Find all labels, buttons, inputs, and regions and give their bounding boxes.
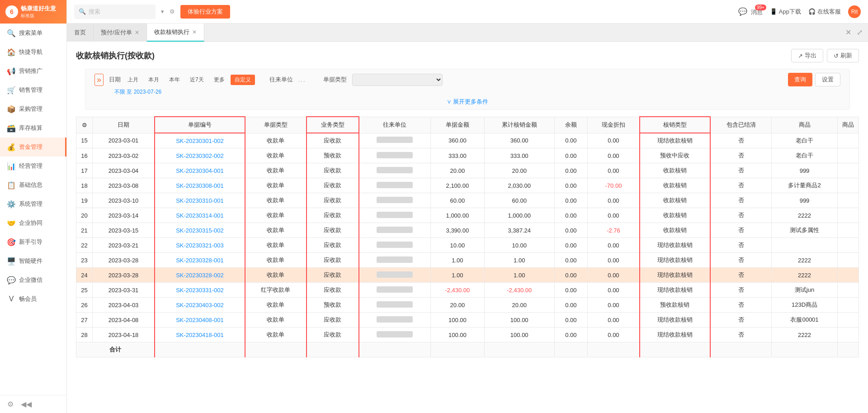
sales-icon: 🛒 — [7, 86, 15, 94]
collapse-icon[interactable]: ◀◀ — [21, 400, 32, 408]
col-gear-header[interactable]: ⚙ — [76, 117, 93, 133]
table-body: 15 2023-03-01 SK-20230301-002 收款单 应收款 36… — [76, 133, 859, 357]
header-search-box[interactable]: 🔍 搜索 — [74, 5, 156, 19]
date-options: 上月 本月 本年 近7天 更多 自定义 — [123, 75, 255, 85]
partner-name — [377, 212, 413, 218]
cell-docno: SK-20230321-003 — [155, 238, 245, 253]
sidebar-item-operations[interactable]: 📊 经营管理 — [0, 157, 66, 176]
sidebar-item-marketing[interactable]: 📢 营销推广 — [0, 62, 66, 81]
sidebar-item-basic[interactable]: 📋 基础信息 — [0, 176, 66, 195]
gear-icon[interactable]: ⚙ — [170, 8, 175, 15]
sidebar-item-quicknav[interactable]: 🏠 快捷导航 — [0, 43, 66, 62]
doc-type-select[interactable] — [352, 74, 443, 86]
doc-no-link[interactable]: SK-20230418-001 — [176, 332, 224, 338]
refresh-button[interactable]: ↺ 刷新 — [827, 49, 859, 62]
sidebar-item-system[interactable]: ⚙️ 系统管理 — [0, 195, 66, 214]
table-row: 23 2023-03-28 SK-20230328-001 收款单 应收款 1.… — [76, 253, 859, 268]
date-more-btn[interactable]: 更多 — [210, 75, 229, 85]
sidebar-item-purchase[interactable]: 📦 采购管理 — [0, 100, 66, 119]
cell-goods: 2222 — [772, 328, 838, 342]
table-row: 27 2023-04-08 SK-20230408-001 收款单 应收款 10… — [76, 313, 859, 328]
tab-payable[interactable]: 预付/应付单 ✕ — [94, 24, 147, 42]
user-avatar[interactable]: Rit — [848, 5, 861, 18]
col-date-header: 日期 — [93, 117, 155, 133]
tab-close-all-icon[interactable]: ✕ — [845, 28, 851, 37]
sidebar-item-finance[interactable]: 💰 资金管理 — [0, 138, 66, 157]
doc-no-link[interactable]: SK-20230301-002 — [176, 138, 224, 144]
cell-canceltype: 现结收款核销 — [640, 268, 710, 283]
cell-goods2 — [838, 283, 859, 298]
cell-balance: 0.00 — [554, 313, 588, 328]
doc-no-link[interactable]: SK-20230403-002 — [176, 302, 224, 309]
message-badge[interactable]: 💬 99+ 消息 — [738, 7, 763, 16]
date-this-month-btn[interactable]: 本月 — [144, 75, 163, 85]
date-last-month-btn[interactable]: 上月 — [123, 75, 142, 85]
date-this-year-btn[interactable]: 本年 — [165, 75, 184, 85]
export-icon: ↗ — [798, 52, 803, 59]
purchase-icon: 📦 — [7, 105, 15, 113]
tab-maximize-icon[interactable]: ⤢ — [857, 28, 863, 37]
date-custom-btn[interactable]: 自定义 — [231, 75, 255, 85]
doc-no-link[interactable]: SK-20230308-001 — [176, 182, 224, 189]
table-row: 21 2023-03-15 SK-20230315-002 收款单 应收款 3,… — [76, 223, 859, 238]
industry-solution-button[interactable]: 体验行业方案 — [180, 5, 230, 19]
sidebar-item-hardware[interactable]: 🖥️ 智能硬件 — [0, 252, 66, 271]
sidebar-item-inventory[interactable]: 🗃️ 库存核算 — [0, 119, 66, 138]
sidebar-item-wechat[interactable]: 💬 企业微信 — [0, 271, 66, 290]
cell-docamt: 100.00 — [430, 328, 484, 342]
cell-doctype: 收款单 — [245, 133, 307, 148]
tab-home[interactable]: 首页 — [67, 24, 94, 42]
cell-docamt: 20.00 — [430, 298, 484, 313]
doc-no-link[interactable]: SK-20230310-001 — [176, 197, 224, 204]
doc-no-link[interactable]: SK-20230328-001 — [176, 257, 224, 264]
cell-cumulative: 360.00 — [484, 133, 554, 148]
sidebar-item-member[interactable]: V 畅会员 — [0, 290, 66, 309]
cell-doctype: 收款单 — [245, 328, 307, 342]
table-row: 20 2023-03-14 SK-20230314-001 收款单 应收款 1,… — [76, 208, 859, 223]
doc-no-link[interactable]: SK-20230304-001 — [176, 167, 224, 174]
cell-goods: 2222 — [772, 253, 838, 268]
sidebar-item-search[interactable]: 🔍 搜索菜单 — [0, 24, 66, 43]
filter-bar: » 日期 上月 本月 本年 近7天 更多 自定义 — [85, 69, 850, 110]
home-icon: 🏠 — [7, 48, 15, 56]
cell-cumulative: 60.00 — [484, 193, 554, 208]
tab-collection-close-icon[interactable]: ✕ — [192, 29, 197, 35]
doc-no-link[interactable]: SK-20230328-002 — [176, 272, 224, 279]
col-docamt-header: 单据金额 — [430, 117, 484, 133]
dropdown-arrow-icon[interactable]: ▾ — [161, 8, 164, 15]
export-button[interactable]: ↗ 导出 — [791, 49, 823, 62]
cell-balance: 0.00 — [554, 298, 588, 313]
expand-more[interactable]: ∨ 展开更多条件 — [94, 98, 840, 106]
doc-no-link[interactable]: SK-20230408-001 — [176, 317, 224, 323]
cell-goods2 — [838, 253, 859, 268]
settings-icon[interactable]: ⚙ — [7, 400, 14, 408]
tab-collection[interactable]: 收款核销执行 ✕ — [147, 24, 204, 42]
cell-goods2 — [838, 133, 859, 148]
cell-includecleared: 否 — [710, 223, 771, 238]
cell-discount: 0.00 — [588, 268, 640, 283]
cell-includecleared: 否 — [710, 328, 771, 342]
sidebar-item-guide[interactable]: 🎯 新手引导 — [0, 233, 66, 252]
col-biztype-header: 业务类型 — [307, 117, 359, 133]
settings-button[interactable]: 设置 — [815, 73, 840, 86]
cell-canceltype: 收款核销 — [640, 208, 710, 223]
cell-docamt: 60.00 — [430, 193, 484, 208]
date-7days-btn[interactable]: 近7天 — [186, 75, 208, 85]
app-download[interactable]: 📱 App下载 — [770, 8, 801, 16]
phone-icon: 📱 — [770, 8, 777, 15]
cell-discount: 0.00 — [588, 283, 640, 298]
online-service[interactable]: 🎧 在线客服 — [808, 8, 841, 16]
doc-no-link[interactable]: SK-20230315-002 — [176, 227, 224, 234]
sidebar-item-sales[interactable]: 🛒 销售管理 — [0, 81, 66, 100]
filter-expand-icon[interactable]: » — [94, 74, 104, 86]
tab-payable-close-icon[interactable]: ✕ — [135, 29, 139, 36]
doc-no-link[interactable]: SK-20230314-001 — [176, 212, 224, 219]
cell-doctype: 收款单 — [245, 193, 307, 208]
sidebar-item-corp[interactable]: 🤝 企业协同 — [0, 214, 66, 233]
gear-icon[interactable]: ⚙ — [82, 122, 87, 128]
doc-no-link[interactable]: SK-20230321-003 — [176, 242, 224, 249]
doc-no-link[interactable]: SK-20230331-002 — [176, 287, 224, 294]
doc-no-link[interactable]: SK-20230302-002 — [176, 152, 224, 159]
cell-cumulative: -2,430.00 — [484, 283, 554, 298]
query-button[interactable]: 查询 — [788, 73, 812, 86]
